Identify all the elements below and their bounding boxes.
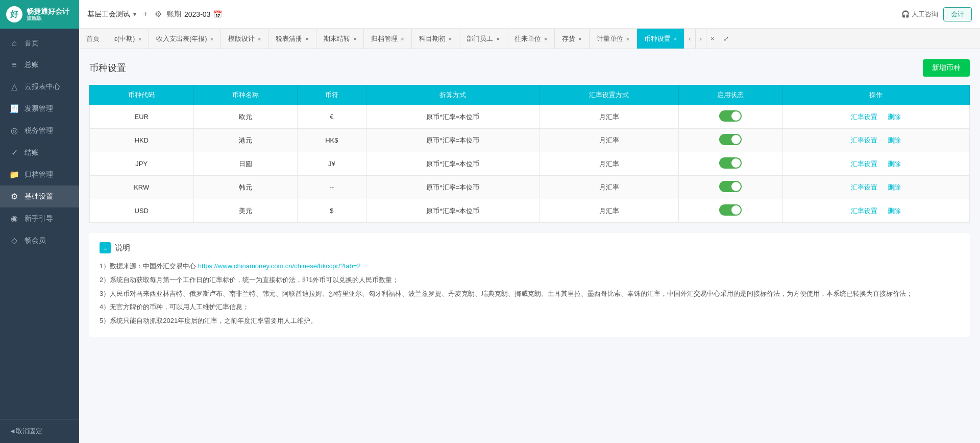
close-icon[interactable]: × bbox=[626, 36, 629, 42]
sidebar-item-home[interactable]: ⌂ 首页 bbox=[0, 33, 79, 54]
calendar-icon[interactable]: 📅 bbox=[213, 10, 222, 18]
cell-name: 港元 bbox=[193, 129, 298, 152]
sidebar-item-settlement[interactable]: ✓ 结账 bbox=[0, 142, 79, 164]
member-icon: ◇ bbox=[9, 236, 19, 245]
sidebar-item-label: 总账 bbox=[24, 60, 39, 69]
enable-toggle[interactable] bbox=[719, 181, 742, 192]
tab-template[interactable]: 模版设计 × bbox=[221, 29, 268, 49]
settlement-icon: ✓ bbox=[9, 148, 19, 157]
service-button[interactable]: 🎧 人工咨询 bbox=[901, 10, 938, 19]
close-icon[interactable]: × bbox=[138, 36, 141, 42]
cell-code: KRW bbox=[90, 176, 194, 199]
sidebar-item-guide[interactable]: ◉ 新手引导 bbox=[0, 207, 79, 229]
close-icon[interactable]: × bbox=[578, 36, 581, 42]
delete-link[interactable]: 删除 bbox=[888, 136, 901, 144]
table-row: EUR 欧元 € 原币*汇率=本位币 月汇率 汇率设置 删除 bbox=[90, 105, 970, 129]
notes-section: ≡ 说明 1）数据来源：中国外汇交易中心 https://www.chinamo… bbox=[89, 233, 970, 337]
tab-period-transfer[interactable]: 期末结转 × bbox=[316, 29, 364, 49]
list-item: 2）系统自动获取每月第一个工作日的汇率标价，统一为直接标价法，即1外币可以兑换的… bbox=[100, 273, 960, 287]
tab-tax-list[interactable]: 税表清册 × bbox=[268, 29, 316, 49]
cell-action: 汇率设置 删除 bbox=[782, 152, 969, 176]
tab-midterm[interactable]: ε(中期) × bbox=[107, 29, 149, 49]
rate-setting-link[interactable]: 汇率设置 bbox=[851, 160, 877, 168]
enable-toggle[interactable] bbox=[719, 157, 742, 169]
cell-rate-type: 月汇率 bbox=[540, 105, 678, 129]
home-icon: ⌂ bbox=[9, 39, 19, 48]
tab-close-all-button[interactable]: × bbox=[706, 29, 719, 49]
tab-prev-button[interactable]: ‹ bbox=[684, 29, 695, 49]
close-icon[interactable]: × bbox=[305, 36, 308, 42]
close-icon[interactable]: × bbox=[401, 36, 404, 42]
tab-counterparty[interactable]: 往来单位 × bbox=[507, 29, 555, 49]
tab-label: ε(中期) bbox=[114, 34, 135, 43]
delete-link[interactable]: 删除 bbox=[888, 207, 901, 215]
close-icon[interactable]: × bbox=[674, 36, 677, 42]
tab-next-button[interactable]: › bbox=[696, 29, 706, 49]
chinamoney-link[interactable]: https://www.chinamoney.com.cn/chinese/bk… bbox=[198, 262, 361, 270]
sidebar-item-archive[interactable]: 📁 归档管理 bbox=[0, 164, 79, 185]
tab-archive[interactable]: 归档管理 × bbox=[364, 29, 411, 49]
tab-dept-staff[interactable]: 部门员工 × bbox=[459, 29, 507, 49]
rate-setting-link[interactable]: 汇率设置 bbox=[851, 183, 877, 191]
tab-unit[interactable]: 计量单位 × bbox=[590, 29, 637, 49]
col-status: 启用状态 bbox=[679, 85, 783, 105]
sidebar-item-reports[interactable]: △ 云报表中心 bbox=[0, 76, 79, 98]
settings-icon[interactable]: ⚙ bbox=[155, 9, 162, 19]
rate-setting-link[interactable]: 汇率设置 bbox=[851, 136, 877, 144]
tab-inventory[interactable]: 存货 × bbox=[555, 29, 589, 49]
tab-label: 部门员工 bbox=[467, 34, 493, 43]
logo-sub: 旗舰版 bbox=[27, 15, 69, 21]
tab-label: 税表清册 bbox=[276, 34, 302, 43]
user-role-button[interactable]: 会计 bbox=[943, 7, 972, 21]
add-company-button[interactable]: ＋ bbox=[141, 9, 150, 19]
rate-setting-link[interactable]: 汇率设置 bbox=[851, 113, 877, 121]
tab-subject-init[interactable]: 科目期初 × bbox=[412, 29, 459, 49]
sidebar-item-label: 结账 bbox=[24, 148, 39, 157]
chevron-down-icon: ▾ bbox=[133, 11, 136, 18]
cell-code: USD bbox=[90, 199, 194, 223]
sidebar-pin-toggle[interactable]: ◄取消固定 bbox=[0, 419, 79, 443]
sidebar-item-member[interactable]: ◇ 畅会员 bbox=[0, 229, 79, 251]
table-row: HKD 港元 HK$ 原币*汇率=本位币 月汇率 汇率设置 删除 bbox=[90, 129, 970, 152]
cell-status bbox=[679, 105, 783, 129]
cell-action: 汇率设置 删除 bbox=[782, 199, 969, 223]
sidebar-item-label: 畅会员 bbox=[24, 236, 46, 245]
sidebar-item-basic[interactable]: ⚙ 基础设置 bbox=[0, 185, 79, 207]
delete-link[interactable]: 删除 bbox=[888, 160, 901, 168]
notes-icon: ≡ bbox=[100, 242, 111, 253]
table-row: USD 美元 $ 原币*汇率=本位币 月汇率 汇率设置 删除 bbox=[90, 199, 970, 223]
close-icon[interactable]: × bbox=[258, 36, 261, 42]
delete-link[interactable]: 删除 bbox=[888, 183, 901, 191]
rate-setting-link[interactable]: 汇率设置 bbox=[851, 207, 877, 215]
topbar: 基层工会测试 ▾ ＋ ⚙ 账期 2023-03 📅 🎧 人工咨询 会计 bbox=[79, 0, 980, 29]
close-icon[interactable]: × bbox=[210, 36, 213, 42]
close-icon[interactable]: × bbox=[353, 36, 356, 42]
cell-name: 美元 bbox=[193, 199, 298, 223]
new-currency-button[interactable]: 新增币种 bbox=[923, 59, 970, 77]
close-icon[interactable]: × bbox=[449, 36, 452, 42]
tab-label: 存货 bbox=[562, 34, 575, 43]
close-icon[interactable]: × bbox=[544, 36, 547, 42]
col-rate-type: 汇率设置方式 bbox=[540, 85, 678, 105]
service-label: 人工咨询 bbox=[912, 10, 938, 19]
close-icon[interactable]: × bbox=[496, 36, 499, 42]
tab-label: 往来单位 bbox=[514, 34, 541, 43]
enable-toggle[interactable] bbox=[719, 134, 742, 145]
delete-link[interactable]: 删除 bbox=[888, 113, 901, 121]
list-item: 4）无官方牌价的币种，可以用人工维护汇率信息； bbox=[100, 300, 960, 314]
tab-label: 计量单位 bbox=[597, 34, 623, 43]
enable-toggle[interactable] bbox=[719, 204, 742, 216]
tab-expand-button[interactable]: ⤢ bbox=[719, 29, 733, 49]
sidebar-nav: ⌂ 首页 ≡ 总账 △ 云报表中心 🧾 发票管理 ◎ 税务管理 ✓ 结账 📁 归… bbox=[0, 29, 79, 419]
tab-annual-report[interactable]: 收入支出表(年报) × bbox=[149, 29, 221, 49]
cell-name: 欧元 bbox=[193, 105, 298, 129]
sidebar-item-tax[interactable]: ◎ 税务管理 bbox=[0, 120, 79, 142]
cell-symbol: $ bbox=[298, 199, 366, 223]
tab-currency[interactable]: 币种设置 × bbox=[637, 29, 684, 49]
sidebar-item-invoice[interactable]: 🧾 发票管理 bbox=[0, 98, 79, 120]
cell-calc: 原币*汇率=本位币 bbox=[366, 199, 540, 223]
enable-toggle[interactable] bbox=[719, 110, 742, 122]
sidebar-item-ledger[interactable]: ≡ 总账 bbox=[0, 54, 79, 76]
company-selector[interactable]: 基层工会测试 ▾ bbox=[87, 10, 136, 19]
tab-home[interactable]: 首页 bbox=[79, 29, 107, 49]
